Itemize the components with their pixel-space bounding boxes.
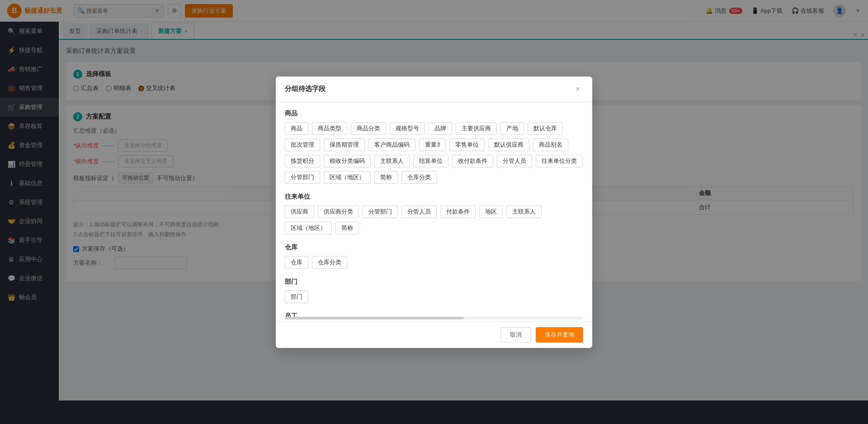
field-tag-weight[interactable]: 重量3 [419,138,446,151]
field-tag-warehouse[interactable]: 仓库 [285,256,308,269]
field-tag-abbr[interactable]: 简称 [335,222,359,234]
field-tag-main-supplier[interactable]: 主要供应商 [456,122,497,135]
field-tag-region-2[interactable]: 区域（地区） [285,222,332,234]
field-group-employee-title: 员工 [285,312,583,317]
field-tag-retail-unit[interactable]: 零售单位 [449,138,485,151]
field-tag-product-type[interactable]: 商品类型 [312,122,347,135]
field-group-product: 商品 商品 商品类型 商品分类 规格型号 品牌 主要供应商 产地 默认仓库 批次… [285,110,583,184]
warehouse-fields: 仓库 仓库分类 [285,256,583,269]
field-tag-area[interactable]: 地区 [479,205,503,218]
modal-confirm-button[interactable]: 保存并查询 [536,327,583,343]
department-fields: 部门 [285,291,583,303]
field-tag-tax-code[interactable]: 税收分类编码 [324,155,371,167]
field-tag-brand[interactable]: 品牌 [429,122,452,135]
field-tag-supervisor[interactable]: 分管人员 [497,155,532,167]
field-tag-warehouse-category[interactable]: 仓库分类 [401,171,437,184]
field-tag-default-warehouse[interactable]: 默认仓库 [528,122,563,135]
field-tag-department[interactable]: 部门 [285,291,308,303]
field-tag-customer-code[interactable]: 客户商品编码 [368,138,415,151]
field-tag-short-name[interactable]: 简称 [374,171,398,184]
field-tag-default-supplier[interactable]: 默认供应商 [488,138,529,151]
modal-body[interactable]: 商品 商品 商品类型 商品分类 规格型号 品牌 主要供应商 产地 默认仓库 批次… [276,102,592,317]
field-tag-spec-model[interactable]: 规格型号 [390,122,425,135]
partner-fields: 供应商 供应商分类 分管部门 分管人员 付款条件 地区 主联系人 区域（地区） … [285,205,583,234]
field-tag-batch[interactable]: 批次管理 [285,138,320,151]
modal-header: 分组待选字段 × [276,76,592,102]
modal-overlay: 分组待选字段 × 商品 商品 商品类型 商品分类 规格型号 品牌 主要供应商 产… [0,0,868,424]
modal-horizontal-scrollbar[interactable] [285,317,583,319]
field-tag-product[interactable]: 商品 [285,122,308,135]
field-group-partner: 往来单位 供应商 供应商分类 分管部门 分管人员 付款条件 地区 主联系人 区域… [285,193,583,234]
modal-cancel-button[interactable]: 取消 [500,327,531,343]
field-tag-origin[interactable]: 产地 [500,122,524,135]
field-tag-settlement-unit[interactable]: 结算单位 [413,155,448,167]
field-group-partner-title: 往来单位 [285,193,583,201]
field-tag-manage-dept[interactable]: 分管部门 [363,205,398,218]
field-group-warehouse: 仓库 仓库 仓库分类 [285,243,583,269]
modal-hscroll-thumb [285,317,464,319]
field-group-department: 部门 部门 [285,278,583,303]
field-tag-region[interactable]: 区域（地区） [324,171,371,184]
field-tag-partner-category[interactable]: 往来单位分类 [536,155,583,167]
modal-dialog: 分组待选字段 × 商品 商品 商品类型 商品分类 规格型号 品牌 主要供应商 产… [276,76,592,348]
modal-title: 分组待选字段 [285,85,326,93]
field-tag-main-contact-2[interactable]: 主联系人 [506,205,542,218]
field-tag-product-category[interactable]: 商品分类 [351,122,386,135]
modal-footer: 取消 保存并查询 [276,321,592,348]
field-tag-pick-points[interactable]: 拣货积分 [285,155,320,167]
field-tag-pay-condition[interactable]: 付款条件 [440,205,476,218]
field-tag-dept[interactable]: 分管部门 [285,171,320,184]
field-group-department-title: 部门 [285,278,583,286]
field-tag-warehouse-cat[interactable]: 仓库分类 [312,256,347,269]
field-tag-manage-person[interactable]: 分管人员 [401,205,437,218]
field-tag-payment-terms[interactable]: 收付款条件 [452,155,493,167]
field-tag-supplier[interactable]: 供应商 [285,205,314,218]
field-tag-product-alias[interactable]: 商品别名 [533,138,568,151]
field-group-warehouse-title: 仓库 [285,243,583,252]
field-tag-expiry[interactable]: 保质期管理 [324,138,365,151]
field-group-product-title: 商品 [285,110,583,118]
modal-close-button[interactable]: × [572,84,583,95]
field-group-employee: 员工 业务员 [285,312,583,317]
field-tag-main-contact[interactable]: 主联系人 [374,155,410,167]
product-fields: 商品 商品类型 商品分类 规格型号 品牌 主要供应商 产地 默认仓库 批次管理 … [285,122,583,184]
field-tag-supplier-category[interactable]: 供应商分类 [318,205,359,218]
